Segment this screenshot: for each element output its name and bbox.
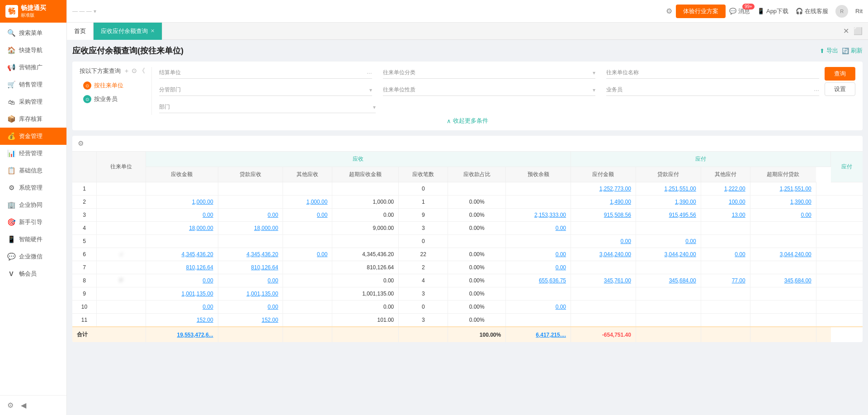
table-cell[interactable]: 0.00 — [506, 222, 571, 235]
table-cell[interactable]: 0.00 — [146, 301, 218, 314]
table-cell[interactable] — [506, 196, 571, 209]
sidebar-item-system[interactable]: ⚙ 系统管理 — [0, 179, 66, 196]
table-cell[interactable]: 0.00 — [218, 274, 283, 287]
department-field[interactable] — [174, 104, 371, 110]
sidebar-item-smart-hw[interactable]: 📱 智能硬件 — [0, 231, 66, 248]
filter-back-icon[interactable]: 《 — [139, 67, 145, 75]
footer-advance-balance[interactable]: 6,417,215.... — [506, 327, 571, 342]
app-download-button[interactable]: 📱 App下载 — [757, 7, 788, 15]
table-cell[interactable]: 0.00 — [571, 235, 636, 248]
tab-close-btn[interactable]: ✕ — [841, 25, 851, 37]
table-cell[interactable] — [146, 182, 218, 196]
table-cell[interactable]: 0.00 — [218, 301, 283, 314]
table-cell[interactable] — [701, 235, 750, 248]
table-cell[interactable]: 13.00 — [701, 209, 750, 222]
table-cell[interactable]: 1,000.00 — [146, 196, 218, 209]
sidebar-item-search-menu[interactable]: 🔍 搜索菜单 — [0, 24, 66, 42]
table-cell[interactable] — [283, 261, 332, 274]
table-cell[interactable]: 1,252,773.00 — [571, 182, 636, 196]
unit-nature-field[interactable] — [419, 86, 591, 93]
settlement-unit-input[interactable]: 结算单位 ··· — [159, 67, 372, 79]
table-cell[interactable] — [506, 235, 571, 248]
sidebar-item-purchase[interactable]: 🛍 采购管理 — [0, 93, 66, 110]
table-cell[interactable]: 915,495.56 — [636, 209, 701, 222]
table-cell[interactable]: 655,636.75 — [506, 274, 571, 287]
sidebar-settings-icon[interactable]: ⚙ — [7, 401, 14, 410]
table-cell[interactable]: 0.00 — [701, 248, 750, 261]
table-cell[interactable]: 1,490.00 — [571, 196, 636, 209]
tab-close-icon[interactable]: ✕ — [151, 28, 155, 34]
table-cell[interactable] — [701, 261, 750, 274]
table-cell[interactable]: 77.00 — [701, 274, 750, 287]
department-input[interactable]: 部门 ▾ — [159, 101, 376, 113]
table-cell[interactable]: 18,000.00 — [146, 222, 218, 235]
table-cell[interactable] — [283, 235, 332, 248]
table-cell[interactable] — [701, 301, 750, 314]
table-cell[interactable]: 152.00 — [218, 314, 283, 327]
table-cell[interactable] — [506, 314, 571, 327]
table-cell[interactable] — [750, 261, 816, 274]
unit-category-arrow[interactable]: ▾ — [593, 70, 595, 76]
table-cell[interactable] — [571, 314, 636, 327]
table-cell[interactable] — [750, 222, 816, 235]
table-cell[interactable]: 0.00 — [750, 209, 816, 222]
username[interactable]: Rit — [855, 8, 863, 14]
table-cell[interactable] — [636, 314, 701, 327]
table-cell[interactable]: 18,000.00 — [218, 222, 283, 235]
sidebar-item-sales[interactable]: 🛒 销售管理 — [0, 76, 66, 93]
table-cell[interactable]: 100.00 — [701, 196, 750, 209]
table-cell[interactable] — [571, 261, 636, 274]
unit-category-field[interactable] — [419, 69, 591, 76]
table-cell[interactable] — [636, 222, 701, 235]
unit-nature-input[interactable]: 往来单位性质 ▾ — [383, 84, 596, 96]
table-cell[interactable]: 345,684.00 — [750, 274, 816, 287]
table-cell[interactable]: 4,345,436.20 — [218, 248, 283, 261]
table-cell[interactable] — [750, 235, 816, 248]
salesperson-input[interactable]: 业务员 ··· — [606, 84, 819, 96]
table-cell[interactable] — [701, 314, 750, 327]
sidebar-item-operations[interactable]: 📊 经营管理 — [0, 145, 66, 162]
tab-ar-ap[interactable]: 应收应付余额查询 ✕ — [94, 23, 162, 40]
tab-expand-btn[interactable]: ⬜ — [852, 25, 864, 37]
dept-supervisor-field[interactable] — [184, 86, 368, 93]
filter-add-icon[interactable]: ＋ — [123, 67, 130, 75]
table-cell[interactable] — [283, 314, 332, 327]
table-cell[interactable] — [636, 287, 701, 301]
table-cell[interactable]: 810,126.64 — [218, 261, 283, 274]
unit-name-field[interactable] — [642, 69, 819, 76]
table-cell[interactable]: 915,508.56 — [571, 209, 636, 222]
table-cell[interactable] — [283, 222, 332, 235]
sidebar-item-marketing[interactable]: 📢 营销推广 — [0, 59, 66, 76]
sidebar-item-finance[interactable]: 💰 资金管理 — [0, 128, 66, 145]
table-cell[interactable]: 152.00 — [146, 314, 218, 327]
filter-option-by-staff[interactable]: ⊙ 按业务员 — [80, 93, 146, 105]
online-service-button[interactable]: 🎧 在线客服 — [796, 7, 828, 15]
settlement-unit-dots[interactable]: ··· — [367, 69, 372, 76]
table-cell[interactable] — [146, 235, 218, 248]
table-cell[interactable]: 0.00 — [636, 235, 701, 248]
table-cell[interactable]: 1,001,135.00 — [146, 287, 218, 301]
dept-supervisor-input[interactable]: 分管部门 ▾ — [159, 84, 372, 96]
table-cell[interactable]: 345,684.00 — [636, 274, 701, 287]
table-cell[interactable]: 3,044,240.00 — [571, 248, 636, 261]
table-cell[interactable] — [636, 261, 701, 274]
table-cell[interactable]: 1,390.00 — [636, 196, 701, 209]
export-button[interactable]: ⬆ 导出 — [820, 47, 838, 55]
table-cell[interactable]: 2,153,333.00 — [506, 209, 571, 222]
table-cell[interactable]: 0.00 — [146, 209, 218, 222]
table-cell[interactable] — [701, 222, 750, 235]
table-cell[interactable]: 0.00 — [218, 209, 283, 222]
setting-button[interactable]: 设置 — [825, 82, 855, 96]
table-cell[interactable] — [750, 314, 816, 327]
table-cell[interactable]: 4,345,436.20 — [146, 248, 218, 261]
table-cell[interactable] — [283, 287, 332, 301]
table-cell[interactable] — [701, 287, 750, 301]
sidebar-item-basic-info[interactable]: 📋 基础信息 — [0, 162, 66, 179]
table-cell[interactable] — [636, 301, 701, 314]
sidebar-item-wechat[interactable]: 💬 企业微信 — [0, 248, 66, 265]
table-cell[interactable] — [571, 222, 636, 235]
table-cell[interactable] — [506, 182, 571, 196]
table-cell[interactable]: 1,001,135.00 — [218, 287, 283, 301]
table-cell[interactable] — [506, 287, 571, 301]
salesperson-field[interactable] — [626, 86, 812, 93]
